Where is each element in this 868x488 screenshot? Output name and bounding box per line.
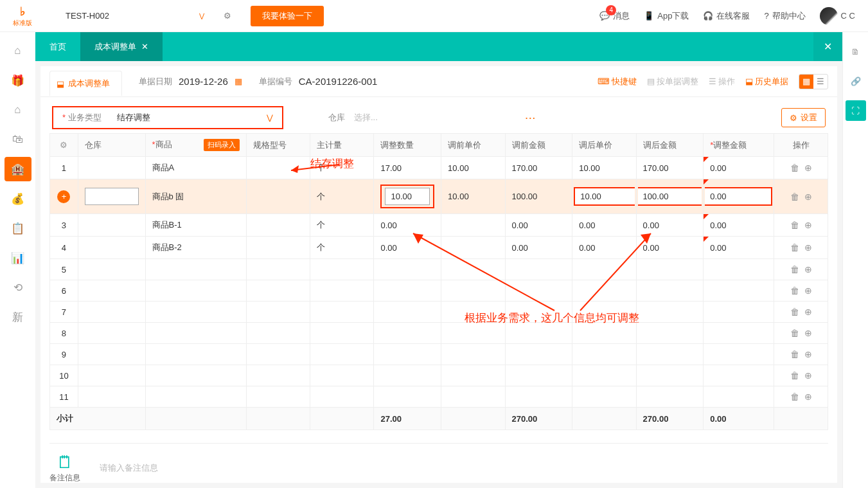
cell-post-price[interactable]: 10.00 [572,179,636,214]
shortcuts-link[interactable]: ⌨快捷键 [598,76,637,87]
delete-icon[interactable]: 🗑 [790,192,799,202]
cell-spec[interactable] [246,237,310,259]
copy-icon[interactable]: ⊕ [804,307,812,317]
cell-product[interactable] [145,259,246,280]
cell-qty[interactable] [374,259,441,280]
cell-adjust[interactable] [704,323,774,344]
close-icon[interactable]: ✕ [141,42,148,51]
cell-post-price[interactable] [572,259,636,280]
gear-icon[interactable]: ⚙ [224,11,231,21]
copy-icon[interactable]: ⊕ [804,242,812,253]
cell-post-price[interactable]: 10.00 [572,157,636,179]
cell-adjust[interactable]: 0.00 [704,157,774,179]
cell-post-price[interactable] [572,323,636,344]
cell-spec[interactable] [246,157,310,179]
notes-input[interactable]: 请输入备注信息 [100,462,828,474]
tab-current[interactable]: 成本调整单 ✕ [80,32,163,61]
cell-warehouse[interactable] [78,344,145,365]
table-row[interactable]: 8🗑⊕ [50,323,828,344]
messages-link[interactable]: 💬 4 消息 [599,10,630,22]
table-row[interactable]: + 商品b 固个10.0010.00100.0010.00100.000.00🗑… [50,179,828,214]
cell-post-price[interactable]: 0.00 [572,214,636,237]
warehouse-filter[interactable]: 仓库 选择... [328,112,378,123]
cell-warehouse[interactable] [78,365,145,386]
nav-report[interactable]: 📊 [4,246,31,270]
add-icon[interactable]: + [57,190,70,203]
cell-post-amount[interactable] [636,280,704,302]
cell-qty[interactable] [374,365,441,386]
cell-warehouse[interactable] [78,323,145,344]
delete-icon[interactable]: 🗑 [790,163,799,173]
cell-product[interactable] [145,344,246,365]
cell-post-price[interactable] [572,344,636,365]
cell-post-price[interactable]: 0.00 [572,237,636,259]
cell-adjust[interactable] [704,280,774,302]
try-button[interactable]: 我要体验一下 [251,6,324,26]
cell-spec[interactable] [246,214,310,237]
cell-warehouse[interactable] [78,302,145,323]
table-row[interactable]: 7🗑⊕ [50,302,828,323]
nav-warehouse[interactable]: 🏨 [4,157,31,181]
copy-icon[interactable]: ⊕ [804,163,812,173]
cell-spec[interactable] [246,280,310,302]
delete-icon[interactable]: 🗑 [790,220,799,230]
cell-post-price[interactable] [572,365,636,386]
cell-spec[interactable] [246,323,310,344]
delete-icon[interactable]: 🗑 [790,392,799,402]
cell-spec[interactable] [246,344,310,365]
copy-icon[interactable]: ⊕ [804,328,812,338]
cell-product[interactable] [145,302,246,323]
operation-link[interactable]: ☰操作 [709,76,735,87]
view-grid[interactable]: ▦ [799,75,813,89]
cell-post-amount[interactable]: 0.00 [636,214,704,237]
cell-warehouse[interactable] [78,280,145,302]
copy-icon[interactable]: ⊕ [804,392,812,402]
dock-expand[interactable]: ⛶ [846,100,866,121]
cell-adjust[interactable] [704,302,774,323]
delete-icon[interactable]: 🗑 [790,328,799,338]
nav-home[interactable]: ⌂ [4,39,31,63]
nav-house[interactable]: ⌂ [4,98,31,122]
cell-post-price[interactable] [572,280,636,302]
copy-icon[interactable]: ⊕ [804,349,812,359]
cell-qty[interactable]: 0.00 [374,214,441,237]
cell-post-amount[interactable] [636,365,704,386]
cell-spec[interactable] [246,302,310,323]
cell-warehouse[interactable] [78,157,145,179]
cell-post-amount[interactable] [636,302,704,323]
cell-qty[interactable] [374,302,441,323]
cell-product[interactable]: 商品B-2 [145,237,246,259]
cell-spec[interactable] [246,365,310,386]
user-menu[interactable]: C C [820,7,855,25]
cell-adjust[interactable] [704,344,774,365]
nav-money[interactable]: 💰 [4,186,31,211]
cell-spec[interactable] [246,386,310,408]
view-list[interactable]: ☰ [813,75,828,89]
cell-qty[interactable] [374,280,441,302]
cell-spec[interactable] [246,259,310,280]
delete-icon[interactable]: 🗑 [790,242,799,253]
company-dropdown[interactable]: TEST-H002 ⋁ [58,6,212,26]
cell-post-price[interactable] [572,386,636,408]
delete-icon[interactable]: 🗑 [790,370,799,381]
calendar-icon[interactable]: ▦ [235,77,242,86]
cell-post-price[interactable] [572,302,636,323]
cell-post-amount[interactable]: 0.00 [636,237,704,259]
cell-adjust[interactable]: 0.00 [704,237,774,259]
help-center-link[interactable]: ? 帮助中心 [764,10,805,22]
cell-product[interactable]: 商品A [145,157,246,179]
by-doc-adjust-link[interactable]: ▤按单据调整 [647,76,698,87]
delete-icon[interactable]: 🗑 [790,285,799,296]
cell-qty[interactable]: 0.00 [374,237,441,259]
cell-post-amount[interactable]: 170.00 [636,157,704,179]
settings-button[interactable]: ⚙ 设置 [781,108,826,127]
delete-icon[interactable]: 🗑 [790,264,799,275]
tab-home[interactable]: 首页 [35,32,80,61]
nav-new[interactable]: 新 [4,305,31,329]
copy-icon[interactable]: ⊕ [804,220,812,230]
cell-post-amount[interactable] [636,386,704,408]
delete-icon[interactable]: 🗑 [790,349,799,359]
cell-post-amount[interactable]: 100.00 [636,179,704,214]
cell-qty[interactable] [374,323,441,344]
business-type-select[interactable]: *业务类型 结存调整 ⋁ [52,106,283,129]
